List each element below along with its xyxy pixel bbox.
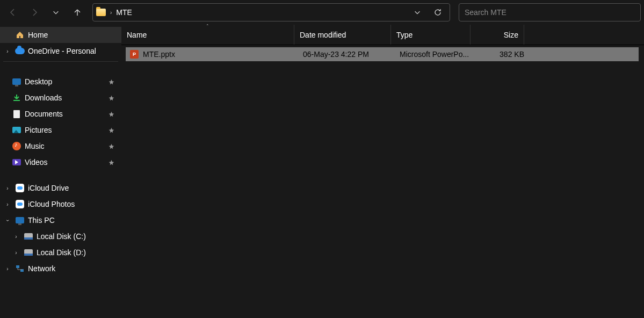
refresh-icon [433,8,442,17]
sidebar-item-network[interactable]: › Network [0,261,121,277]
pin-icon [106,160,116,165]
sidebar-item-label: Desktop [25,77,103,86]
powerpoint-icon: P [130,50,139,59]
column-header-label: Name [127,31,147,39]
file-rows: P MTE.pptx 06-May-23 4:22 PM Microsoft P… [121,45,644,318]
breadcrumb-separator-icon: › [109,10,113,16]
chevron-right-icon[interactable]: › [3,266,12,272]
icloud-drive-icon [15,183,25,193]
chevron-right-icon[interactable]: › [12,250,20,256]
sidebar-item-local-disk-d[interactable]: › Local Disk (D:) [0,244,121,261]
sidebar-item-label: Documents [25,110,103,118]
sidebar-item-label: Music [25,142,103,150]
column-header-label: Size [504,31,518,39]
sidebar-item-music[interactable]: Music [0,138,121,154]
sidebar: › Home › OneDrive - Personal Desktop Dow… [0,25,121,318]
sidebar-item-label: Downloads [25,93,103,102]
sidebar-item-label: This PC [28,216,121,225]
sidebar-item-pictures[interactable]: Pictures [0,122,121,138]
arrow-up-icon [73,8,82,17]
pin-icon [106,127,116,133]
sidebar-item-label: iCloud Drive [28,184,121,192]
sidebar-item-label: Local Disk (C:) [37,232,121,241]
file-row[interactable]: P MTE.pptx 06-May-23 4:22 PM Microsoft P… [126,47,639,61]
back-button[interactable] [3,3,23,22]
sidebar-item-downloads[interactable]: Downloads [0,90,121,106]
sidebar-item-local-disk-c[interactable]: › Local Disk (C:) [0,228,121,244]
svg-rect-0 [16,265,19,268]
pictures-icon [12,125,21,135]
forward-button[interactable] [25,3,44,22]
sidebar-item-this-pc[interactable]: › This PC [0,212,121,228]
chevron-down-icon [52,9,60,16]
column-header-type[interactable]: Type [391,25,471,45]
sidebar-item-label: Videos [25,158,103,167]
sidebar-item-home[interactable]: › Home [0,27,121,43]
recent-locations-button[interactable] [46,3,66,22]
network-icon [15,264,25,273]
column-header-date[interactable]: Date modified [294,25,391,45]
folder-icon [96,9,106,16]
chevron-down-icon[interactable]: › [5,216,11,225]
column-header-label: Type [396,31,413,39]
chevron-right-icon[interactable]: › [12,234,20,240]
sidebar-item-videos[interactable]: Videos [0,154,121,170]
sidebar-item-label: Pictures [25,126,103,134]
file-type-cell: Microsoft PowerPo... [395,50,475,59]
column-header-size[interactable]: Size [471,25,524,45]
sidebar-item-label: iCloud Photos [28,200,121,208]
address-history-button[interactable] [409,4,426,20]
address-bar[interactable]: › MTE [92,3,450,21]
pin-icon [106,95,116,101]
sidebar-item-icloud-drive[interactable]: › iCloud Drive [0,180,121,196]
home-icon [15,30,25,40]
chevron-down-icon [414,9,421,16]
refresh-button[interactable] [429,4,446,20]
disk-icon [24,248,33,257]
column-header-name[interactable]: Name ˄ [121,25,294,45]
file-date-cell: 06-May-23 4:22 PM [299,50,395,59]
sidebar-item-label: Local Disk (D:) [37,248,121,257]
music-icon [12,141,21,151]
file-name: MTE.pptx [143,50,175,59]
arrow-left-icon [9,8,17,17]
pin-icon [106,143,116,149]
sidebar-item-documents[interactable]: Documents [0,106,121,122]
toolbar: › MTE [0,0,644,25]
desktop-icon [12,77,21,86]
breadcrumb-current[interactable]: MTE [116,8,132,17]
documents-icon [12,109,21,119]
file-name-cell: P MTE.pptx [126,50,299,59]
downloads-icon [12,93,21,103]
column-header-label: Date modified [300,31,346,39]
sort-ascending-icon: ˄ [206,24,209,29]
sidebar-item-icloud-photos[interactable]: › iCloud Photos [0,196,121,212]
file-size-cell: 382 KB [475,50,529,59]
arrow-right-icon [30,8,39,17]
up-button[interactable] [68,3,87,22]
sidebar-item-label: OneDrive - Personal [28,47,121,55]
onedrive-icon [15,46,25,56]
sidebar-item-label: Network [28,264,121,273]
sidebar-item-desktop[interactable]: Desktop [0,74,121,90]
disk-icon [24,232,33,241]
pc-icon [15,215,25,225]
search-bar[interactable] [459,3,641,21]
pin-icon [106,111,116,117]
chevron-right-icon[interactable]: › [3,201,12,207]
chevron-right-icon[interactable]: › [3,185,12,191]
sidebar-item-label: Home [28,31,121,39]
chevron-right-icon[interactable]: › [3,48,12,54]
videos-icon [12,157,21,167]
icloud-photos-icon [15,199,25,209]
column-headers: Name ˄ Date modified Type Size [121,25,644,45]
file-list-pane: Name ˄ Date modified Type Size P MTE.ppt… [121,25,644,318]
pin-icon [106,79,116,85]
sidebar-item-onedrive[interactable]: › OneDrive - Personal [0,43,121,59]
search-input[interactable] [465,8,635,17]
